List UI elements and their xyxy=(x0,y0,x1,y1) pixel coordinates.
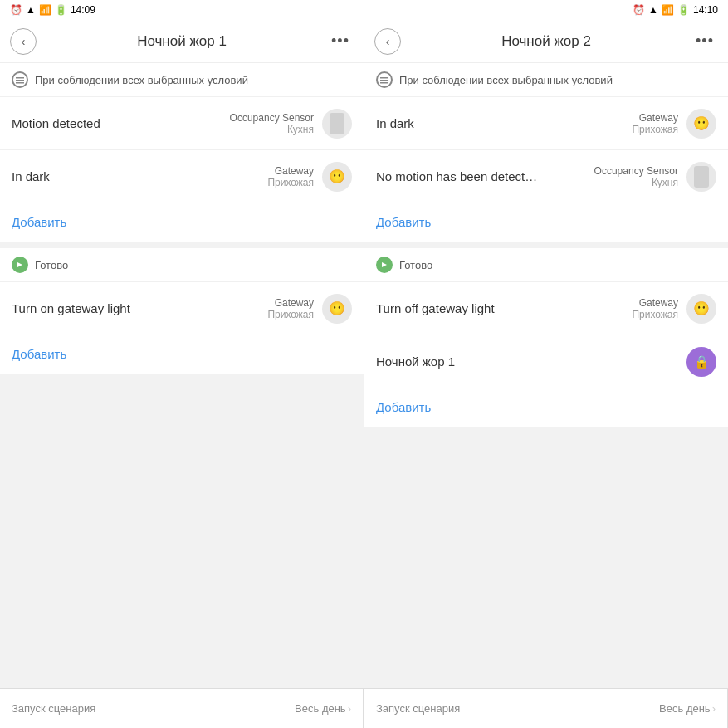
time-left: 14:09 xyxy=(71,4,95,16)
panel-2-condition-item-1[interactable]: No motion has been detect… Occupancy Sen… xyxy=(364,150,728,203)
panel-2-condition-header: При соблюдении всех выбранных условий xyxy=(364,63,728,97)
svg-rect-4 xyxy=(380,77,388,79)
status-left: ⏰ ▲ 📶 🔋 14:09 xyxy=(10,4,95,16)
main-area: ‹ Ночной жор 1 ••• При xyxy=(0,20,728,728)
panel-2-condition-device-name-0: Gateway xyxy=(632,112,678,124)
face-icon-1: 😶 xyxy=(329,169,345,184)
face-icon-ready-0: 😶 xyxy=(329,300,345,316)
panel-2-ready-device-room-0: Прихожая xyxy=(632,309,678,320)
panel-2-back-button[interactable]: ‹ xyxy=(374,28,401,55)
panel-2-ready-label-0: Turn off gateway light xyxy=(376,301,632,315)
panel-1-title: Ночной жор 1 xyxy=(137,33,227,50)
panel-2-bottom-label: Запуск сценария xyxy=(376,702,460,715)
panel-2-more-button[interactable]: ••• xyxy=(691,28,718,55)
panel-1-header: ‹ Ночной жор 1 ••• xyxy=(0,20,364,63)
time-right: 14:10 xyxy=(693,4,718,16)
panel-1-ready-add-button[interactable]: Добавить xyxy=(12,347,66,361)
panel-2-ready-add-button[interactable]: Добавить xyxy=(376,400,431,414)
panel-1-condition-add-row: Добавить xyxy=(0,203,364,242)
svg-marker-3 xyxy=(17,262,22,267)
face-icon-p2-0: 😶 xyxy=(693,115,710,131)
panel-1-sensor-icon-0 xyxy=(322,109,352,139)
more-dots-icon-2: ••• xyxy=(696,32,714,50)
panel-2-ready-item-1[interactable]: Ночной жор 1 🔒 xyxy=(364,335,728,388)
status-bar: ⏰ ▲ 📶 🔋 14:09 ⏰ ▲ 📶 🔋 14:10 xyxy=(0,0,728,20)
panel-2-ready-device-name-0: Gateway xyxy=(632,297,678,309)
panel-2-ready-header: Готово xyxy=(364,248,728,282)
panel-1-condition-text: При соблюдении всех выбранных условий xyxy=(35,74,248,86)
list-icon xyxy=(12,71,28,88)
svg-marker-7 xyxy=(382,262,387,267)
panel-2-ready-text: Готово xyxy=(399,259,432,271)
list-lines-icon xyxy=(16,76,24,84)
panel-1-condition-add-button[interactable]: Добавить xyxy=(12,215,66,229)
panel-2-content: При соблюдении всех выбранных условий In… xyxy=(364,63,728,688)
list-lines-icon-2 xyxy=(380,76,388,84)
panel-1-back-button[interactable]: ‹ xyxy=(10,28,37,55)
panel-2-gateway-icon-0: 😶 xyxy=(686,109,716,139)
svg-rect-0 xyxy=(16,77,24,79)
panel-1: ‹ Ночной жор 1 ••• При xyxy=(0,20,364,728)
panel-2-condition-label-0: In dark xyxy=(376,116,632,130)
more-dots-icon: ••• xyxy=(331,32,349,50)
sensor-shape-0 xyxy=(330,113,344,134)
panel-1-condition-label-1: In dark xyxy=(12,169,267,183)
panel-2-header: ‹ Ночной жор 2 ••• xyxy=(364,20,728,63)
panel-1-bottom-right: Весь день › xyxy=(295,702,351,715)
panel-2-title: Ночной жор 2 xyxy=(501,33,591,50)
panel-1-ready-label-0: Turn on gateway light xyxy=(12,301,267,315)
panel-2: ‹ Ночной жор 2 ••• При xyxy=(364,20,728,728)
panel-2-condition-add-button[interactable]: Добавить xyxy=(376,215,431,229)
panel-2-ready-add-row: Добавить xyxy=(364,388,728,427)
panel-1-condition-section: При соблюдении всех выбранных условий Mo… xyxy=(0,63,364,242)
panel-1-condition-device-1: Gateway Прихожая xyxy=(267,165,314,188)
panel-2-sensor-icon-1 xyxy=(686,162,716,192)
svg-rect-1 xyxy=(16,80,24,81)
alarm-icon-left: ⏰ xyxy=(10,4,22,16)
panel-1-ready-gateway-icon-0: 😶 xyxy=(322,294,352,324)
panel-2-ready-item-0[interactable]: Turn off gateway light Gateway Прихожая … xyxy=(364,282,728,335)
panel-1-more-button[interactable]: ••• xyxy=(327,28,354,55)
panel-1-bottom[interactable]: Запуск сценария Весь день › xyxy=(0,689,364,728)
face-icon-ready-p2-0: 😶 xyxy=(693,300,710,316)
status-right: ⏰ ▲ 📶 🔋 14:10 xyxy=(633,4,718,16)
panel-1-condition-item-0[interactable]: Motion detected Occupancy Sensor Кухня xyxy=(0,97,364,150)
signal-icon-left: 📶 xyxy=(39,4,51,16)
panel-1-ready-device-room-0: Прихожая xyxy=(267,309,314,320)
panel-2-bottom[interactable]: Запуск сценария Весь день › xyxy=(364,689,728,728)
panel-1-ready-device-name-0: Gateway xyxy=(267,297,314,309)
panel-2-ready-label-1: Ночной жор 1 xyxy=(376,354,678,369)
arrow-icon-2 xyxy=(376,257,393,273)
panel-1-ready-item-0[interactable]: Turn on gateway light Gateway Прихожая 😶 xyxy=(0,282,364,335)
battery-icon-right: 🔋 xyxy=(677,4,690,16)
wifi-icon-left: ▲ xyxy=(26,4,36,16)
panel-1-condition-device-name-0: Occupancy Sensor xyxy=(230,112,314,124)
sensor-shape-p2-1 xyxy=(694,166,709,188)
panel-2-bottom-value: Весь день xyxy=(659,702,711,715)
panel-1-ready-add-row: Добавить xyxy=(0,335,364,374)
panel-1-ready-header: Готово xyxy=(0,248,364,282)
arrow-svg-2 xyxy=(380,261,388,269)
panel-1-ready-device-0: Gateway Прихожая xyxy=(267,297,314,320)
panel-1-bottom-bar: Запуск сценария Весь день › xyxy=(0,688,364,728)
lock-icon-p2: 🔒 xyxy=(694,354,710,369)
panel-2-condition-device-room-1: Кухня xyxy=(594,177,678,188)
alarm-icon-right: ⏰ xyxy=(633,4,645,16)
panel-1-condition-item-1[interactable]: In dark Gateway Прихожая 😶 xyxy=(0,150,364,203)
back-chevron-icon-2: ‹ xyxy=(386,35,390,48)
panel-1-condition-label-0: Motion detected xyxy=(12,116,230,130)
panel-2-condition-device-1: Occupancy Sensor Кухня xyxy=(594,165,678,188)
panel-1-condition-header: При соблюдении всех выбранных условий xyxy=(0,63,364,97)
panel-2-condition-section: При соблюдении всех выбранных условий In… xyxy=(364,63,728,242)
panel-1-content: При соблюдении всех выбранных условий Mo… xyxy=(0,63,364,688)
svg-rect-5 xyxy=(380,80,388,81)
panel-2-ready-device-0: Gateway Прихожая xyxy=(632,297,678,320)
signal-icon-right: 📶 xyxy=(662,4,674,16)
panel-2-ready-section: Готово Turn off gateway light Gateway Пр… xyxy=(364,248,728,427)
list-icon-2 xyxy=(376,71,393,88)
panel-2-condition-item-0[interactable]: In dark Gateway Прихожая 😶 xyxy=(364,97,728,150)
svg-rect-6 xyxy=(380,82,388,84)
panel-2-chevron-icon: › xyxy=(712,702,716,715)
arrow-icon-1 xyxy=(12,257,28,273)
panel-2-condition-device-0: Gateway Прихожая xyxy=(632,112,678,135)
